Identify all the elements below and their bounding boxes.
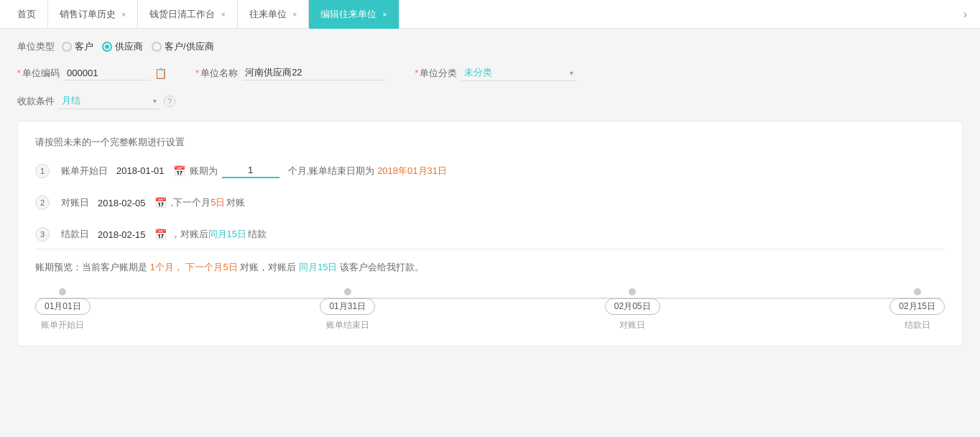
timeline: 01月01日 账单开始日 01月31日 账单结束日 02月05日 对账日 xyxy=(35,288,945,331)
step1-num: 1 xyxy=(35,164,50,178)
preview-suffix: 该客户会给我打款。 xyxy=(340,262,424,272)
timeline-point-4: 02月15日 结款日 xyxy=(889,288,945,331)
radio-both[interactable]: 客户/供应商 xyxy=(152,40,214,53)
step3-label: 结款日 xyxy=(61,228,89,241)
card-title: 请按照未来的一个完整帐期进行设置 xyxy=(35,136,945,149)
tab-cash-work[interactable]: 钱货日清工作台 × xyxy=(138,0,237,29)
step2-desc-suffix: 对账 xyxy=(226,196,245,209)
timeline-label-1: 账单开始日 xyxy=(41,319,84,331)
payment-select[interactable]: 月结 ▾ xyxy=(59,93,160,109)
step1-end-date: 2018年01月31日 xyxy=(377,165,447,178)
timeline-label-3: 对账日 xyxy=(619,319,645,331)
radio-label-both: 客户/供应商 xyxy=(165,40,214,53)
preview-part2: 下一个月5日 xyxy=(185,262,237,272)
timeline-badge-1: 01月01日 xyxy=(35,298,91,315)
timeline-point-3: 02月05日 对账日 xyxy=(605,288,660,331)
timeline-badge-4: 02月15日 xyxy=(889,298,945,315)
step3-calendar-icon[interactable]: 📅 xyxy=(154,229,167,240)
step1-row: 1 账单开始日 2018-01-01 📅 账期为 个月,账单结束日期为 2018… xyxy=(35,163,945,178)
timeline-dot-2 xyxy=(344,288,351,295)
radio-label-supplier: 供应商 xyxy=(115,40,143,53)
category-select[interactable]: 未分类 ▾ xyxy=(461,65,576,81)
step1-calendar-icon[interactable]: 📅 xyxy=(173,165,185,177)
radio-circle-supplier xyxy=(102,42,112,52)
radio-circle-both xyxy=(152,42,162,52)
step3-desc-suffix: 结款 xyxy=(248,228,267,241)
category-required-star: * xyxy=(415,68,418,78)
code-copy-icon[interactable]: 📋 xyxy=(154,68,167,79)
step3-desc-prefix: ，对账后 xyxy=(171,228,208,241)
step2-num: 2 xyxy=(35,196,50,210)
unit-type-row: 单位类型 客户 供应商 客户/供应商 xyxy=(17,40,963,53)
unit-type-radio-group: 客户 供应商 客户/供应商 xyxy=(62,40,214,53)
timeline-point-2: 01月31日 账单结束日 xyxy=(320,288,375,331)
code-required-star: * xyxy=(17,68,21,78)
preview-part1: 1个月， xyxy=(150,262,183,272)
timeline-dot-3 xyxy=(629,288,636,295)
timeline-label-2: 账单结束日 xyxy=(326,319,369,331)
timeline-point-1: 01月01日 账单开始日 xyxy=(35,288,91,331)
radio-label-customer: 客户 xyxy=(75,40,93,53)
name-required-star: * xyxy=(195,68,199,78)
radio-customer[interactable]: 客户 xyxy=(62,40,93,53)
timeline-badge-2: 01月31日 xyxy=(320,298,375,315)
name-label: 单位名称 xyxy=(200,67,238,80)
step2-desc-prefix: ,下一个月 xyxy=(171,196,211,209)
category-label: 单位分类 xyxy=(420,67,457,80)
preview-middle: 对账，对账后 xyxy=(240,262,296,272)
preview-section: 账期预览：当前客户账期是 1个月， 下一个月5日 对账，对账后 同月15日 该客… xyxy=(35,261,945,274)
code-input[interactable] xyxy=(64,66,150,80)
preview-part3: 同月15日 xyxy=(299,262,337,272)
tab-partner-unit[interactable]: 往来单位 × xyxy=(238,0,309,29)
close-tab-edit-partner[interactable]: × xyxy=(382,10,387,19)
step2-row: 2 对账日 2018-02-05 📅 ,下一个月 5日 对账 xyxy=(35,196,945,210)
payment-row: 收款条件 月结 ▾ ? xyxy=(17,93,963,109)
timeline-dot-1 xyxy=(59,288,66,295)
step2-label: 对账日 xyxy=(61,196,89,209)
timeline-dot-4 xyxy=(914,288,921,295)
preview-prefix: 账期预览：当前客户账期是 xyxy=(35,262,147,272)
code-label: 单位编码 xyxy=(22,67,60,80)
payment-label: 收款条件 xyxy=(17,95,55,108)
category-chevron-icon: ▾ xyxy=(570,69,573,77)
close-tab-cash-work[interactable]: × xyxy=(221,10,225,19)
step3-row: 3 结款日 2018-02-15 📅 ，对账后 同月15日 结款 xyxy=(35,227,945,242)
tab-more-button[interactable]: › xyxy=(956,8,974,21)
unit-type-label: 单位类型 xyxy=(17,40,55,53)
radio-circle-customer xyxy=(62,42,72,52)
name-field-group: * 单位名称 xyxy=(195,66,386,80)
timeline-badge-3: 02月05日 xyxy=(605,298,660,315)
step2-date: 2018-02-05 xyxy=(98,198,146,208)
payment-help-icon[interactable]: ? xyxy=(164,96,175,107)
step1-period-unit: 个月,账单结束日期为 xyxy=(288,165,375,178)
category-value: 未分类 xyxy=(464,66,567,79)
payment-value: 月结 xyxy=(62,94,150,107)
step3-num: 3 xyxy=(35,227,50,242)
timeline-items: 01月01日 账单开始日 01月31日 账单结束日 02月05日 对账日 xyxy=(35,288,945,331)
category-field-group: * 单位分类 未分类 ▾ xyxy=(415,65,576,81)
code-name-category-row: * 单位编码 📋 * 单位名称 * 单位分类 未分类 ▾ xyxy=(17,65,963,81)
payment-chevron-icon: ▾ xyxy=(153,97,157,105)
step2-calendar-icon[interactable]: 📅 xyxy=(154,197,167,208)
tab-sales-history[interactable]: 销售订单历史 × xyxy=(48,0,138,29)
radio-supplier[interactable]: 供应商 xyxy=(102,40,143,53)
tabs-bar: 首页 销售订单历史 × 钱货日清工作台 × 往来单位 × 编辑往来单位 × › xyxy=(0,0,980,29)
page-content: 单位类型 客户 供应商 客户/供应商 * 单位编码 📋 * 单位名称 xyxy=(0,29,980,358)
tab-home[interactable]: 首页 xyxy=(6,0,48,29)
close-tab-sales-history[interactable]: × xyxy=(121,10,126,19)
step1-date: 2018-01-01 xyxy=(116,165,165,176)
step1-label: 账单开始日 xyxy=(61,165,108,178)
settings-card: 请按照未来的一个完整帐期进行设置 1 账单开始日 2018-01-01 📅 账期… xyxy=(17,121,963,346)
timeline-label-4: 结款日 xyxy=(905,319,930,331)
code-field-group: * 单位编码 📋 xyxy=(17,66,167,80)
step1-period-input[interactable] xyxy=(222,163,279,178)
step1-period-label: 账期为 xyxy=(190,165,218,178)
name-input[interactable] xyxy=(242,66,386,80)
step2-highlight: 5日 xyxy=(211,196,225,209)
step3-highlight: 同月15日 xyxy=(208,228,246,241)
tab-edit-partner[interactable]: 编辑往来单位 × xyxy=(309,0,399,29)
step3-date: 2018-02-15 xyxy=(98,229,146,240)
close-tab-partner-unit[interactable]: × xyxy=(292,10,297,19)
